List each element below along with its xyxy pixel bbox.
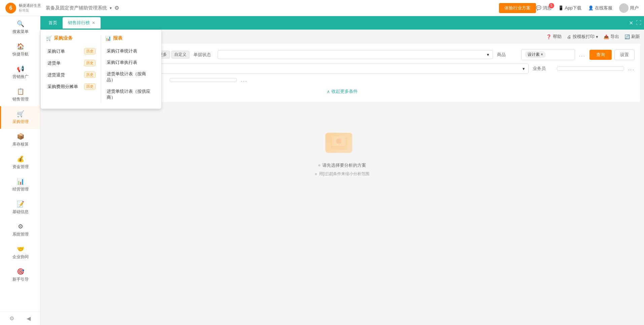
sidebar-item-search[interactable]: 🔍 搜索菜单 <box>0 16 40 39</box>
guide-icon: 🎯 <box>17 268 24 275</box>
sidebar-item-sales[interactable]: 📋 销售管理 <box>0 84 40 106</box>
sidebar-item-basic-info[interactable]: 📝 基础信息 <box>0 196 40 219</box>
dropdown-report-title: 📊 报表 <box>105 35 156 41</box>
sidebar-label-system: 系统管理 <box>12 232 29 237</box>
system-icon: ⚙ <box>18 223 23 230</box>
top-header: 6 畅捷通好生意 标准版 装备及固定资产辅助管理系统 ▾ ⚙ 体验行业方案 💬 … <box>0 0 644 16</box>
system-gear-icon[interactable]: ⚙ <box>114 5 119 11</box>
hint-1-text: 请先选择要分析的方案 <box>322 162 366 168</box>
collapse-up-icon: ∧ <box>327 89 330 94</box>
sidebar-item-cooperation[interactable]: 🤝 企业协同 <box>0 241 40 264</box>
message-item[interactable]: 💬 消息 5 <box>536 5 551 11</box>
system-dropdown-icon[interactable]: ▾ <box>110 6 112 10</box>
goods-dots[interactable]: ... <box>579 52 585 58</box>
export-link[interactable]: 📤 导出 <box>604 34 619 40</box>
tab-maximize-icon[interactable]: ⛶ <box>636 20 641 26</box>
user-item[interactable]: 用户 <box>619 3 639 13</box>
customer-input[interactable] <box>170 78 237 82</box>
sidebar-item-marketing[interactable]: 📢 营销推广 <box>0 61 40 84</box>
print-icon: 🖨 <box>567 34 571 39</box>
service-icon: 👤 <box>588 5 594 10</box>
online-service-item[interactable]: 👤 在线客服 <box>588 5 612 11</box>
sidebar-label-inventory: 库存核算 <box>12 141 29 147</box>
sidebar-item-finance[interactable]: 💰 资金管理 <box>0 151 40 174</box>
sidebar-label-purchase: 采购管理 <box>12 119 29 125</box>
tab-close-icon[interactable]: ✕ <box>92 21 95 25</box>
voucher-status-dropdown: ▾ <box>487 52 489 57</box>
tab-sales-rank[interactable]: 销售排行榜 ✕ <box>63 17 101 29</box>
tab-bar-right: ✕ ⛶ <box>629 20 641 26</box>
sidebar-item-operation[interactable]: 📊 经营管理 <box>0 174 40 196</box>
phone-icon: 📱 <box>558 5 564 10</box>
help-icon: ❓ <box>546 34 551 39</box>
dropdown-item-return[interactable]: 进货退货 历史 <box>46 69 97 81</box>
tab-sales-rank-label: 销售排行榜 <box>68 20 90 26</box>
print-dropdown-icon[interactable]: ▾ <box>596 34 598 39</box>
toolbar-right: ❓ 帮助 🖨 按模板打印 ▾ 📤 导出 🔄 刷新 <box>546 34 640 40</box>
sidebar-label-marketing: 营销推广 <box>12 74 29 80</box>
dropdown-report-col: 📊 报表 采购订单统计表 采购订单执行表 进货单统计表（按商品） 进货单统计表（… <box>101 35 156 103</box>
collapse-label: 收起更多条件 <box>331 88 358 94</box>
user-avatar <box>619 3 629 13</box>
customer-dots[interactable]: ... <box>241 77 247 83</box>
filter-actions: 查询 设置 <box>589 49 635 60</box>
empty-icon <box>325 133 359 160</box>
salesman-input[interactable] <box>557 67 624 71</box>
sidebar-item-system[interactable]: ⚙ 系统管理 <box>0 219 40 241</box>
app-download-label: App下载 <box>565 5 581 11</box>
logo-area: 6 畅捷通好生意 标准版 <box>5 3 46 13</box>
search-icon: 🔍 <box>17 20 24 28</box>
dropdown-item-expense[interactable]: 采购费用分摊单 历史 <box>46 81 97 92</box>
goods-input[interactable]: 设计素 × <box>521 49 575 60</box>
hint-1-row: 请先选择要分析的方案 <box>318 162 366 168</box>
system-title-text: 装备及固定资产辅助管理系统 <box>46 5 107 11</box>
report-title-icon: 📊 <box>105 36 111 41</box>
empty-svg <box>329 134 349 151</box>
sidebar-item-inventory[interactable]: 📦 库存核算 <box>0 129 40 151</box>
dropdown-purchase-title: 🛒 采购业务 <box>46 35 97 41</box>
bullet-2 <box>315 173 317 175</box>
rank-dropdown: ▾ <box>523 66 525 71</box>
user-label: 用户 <box>630 5 639 11</box>
print-link[interactable]: 🖨 按模板打印 ▾ <box>567 34 598 40</box>
empty-icon-inner <box>325 133 352 153</box>
sidebar-item-purchase[interactable]: 🛒 采购管理 <box>0 106 40 129</box>
sidebar-item-quick-nav[interactable]: 🏠 快捷导航 <box>0 39 40 61</box>
svg-point-2 <box>336 138 342 144</box>
quick-date-custom[interactable]: 自定义 <box>171 51 189 58</box>
system-title-area: 装备及固定资产辅助管理系统 ▾ ⚙ <box>46 5 499 11</box>
dropdown-columns: 🛒 采购业务 采购订单 历史 进货单 历史 进货退货 历史 采购费用分摊单 历史 <box>46 35 156 103</box>
tab-close-window-icon[interactable]: ✕ <box>629 20 633 26</box>
message-icon: 💬 <box>536 5 541 10</box>
dropdown-item-report-2[interactable]: 进货单统计表（按商品） <box>105 68 156 86</box>
tab-home[interactable]: 首页 <box>43 17 63 29</box>
sidebar-collapse-btn[interactable]: ◀ <box>27 315 31 322</box>
help-link[interactable]: ❓ 帮助 <box>546 34 562 40</box>
dropdown-item-report-1[interactable]: 采购订单执行表 <box>105 57 156 68</box>
operation-icon: 📊 <box>17 178 24 185</box>
settings-button[interactable]: 设置 <box>614 49 635 60</box>
voucher-status-select[interactable]: ▾ <box>218 50 493 59</box>
online-service-label: 在线客服 <box>595 5 612 11</box>
bullet-1 <box>318 164 320 166</box>
cooperation-icon: 🤝 <box>17 245 24 253</box>
sidebar-item-guide[interactable]: 🎯 新手引导 <box>0 264 40 286</box>
dropdown-item-inbound[interactable]: 进货单 历史 <box>46 57 97 69</box>
sidebar-label-guide: 新手引导 <box>12 277 29 282</box>
query-button[interactable]: 查询 <box>589 50 612 60</box>
sidebar-settings-btn[interactable]: ⚙ <box>9 315 14 322</box>
basic-info-icon: 📝 <box>17 200 24 208</box>
tab-bar: 首页 销售排行榜 ✕ ✕ ⛶ <box>40 16 644 30</box>
sidebar-label-sales: 销售管理 <box>12 96 29 102</box>
goods-tag: 设计素 × <box>525 51 546 58</box>
salesman-dots[interactable]: ... <box>628 66 635 72</box>
dropdown-item-purchase-order[interactable]: 采购订单 历史 <box>46 45 97 57</box>
industry-button[interactable]: 体验行业方案 <box>499 3 536 13</box>
dropdown-item-report-3[interactable]: 进货单统计表（按供应商） <box>105 86 156 103</box>
export-icon: 📤 <box>604 34 609 39</box>
refresh-link[interactable]: 🔄 刷新 <box>624 34 640 40</box>
sidebar: 🔍 搜索菜单 🏠 快捷导航 📢 营销推广 📋 销售管理 🛒 采购管理 📦 库存核… <box>0 16 40 325</box>
sidebar-bottom: ⚙ ◀ <box>0 312 40 325</box>
app-download-item[interactable]: 📱 App下载 <box>558 5 581 11</box>
dropdown-item-report-0[interactable]: 采购订单统计表 <box>105 45 156 57</box>
